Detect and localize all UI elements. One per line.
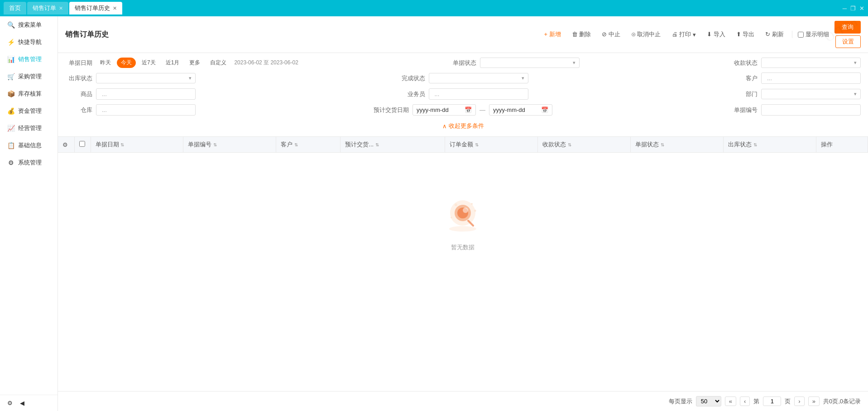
sidebar-item-sales[interactable]: 📊 销售管理 [0,51,58,68]
calendar-start-icon[interactable]: 📅 [465,106,472,113]
goods-input[interactable]: ... [96,88,196,100]
sidebar-item-search-menu[interactable]: 🔍 搜索菜单 [0,16,58,34]
delivery-date-start-input[interactable]: yyyy-mm-dd 📅 [412,104,476,116]
th-expected-delivery[interactable]: 预计交货... ⇅ [340,137,445,153]
restore-btn[interactable]: ❐ [850,5,856,12]
th-settings[interactable]: ⚙ [58,137,74,153]
date-btn-yesterday[interactable]: 昨天 [96,58,115,68]
th-checkbox[interactable] [74,137,91,153]
main-layout: 🔍 搜索菜单 ⚡ 快捷导航 📊 销售管理 🛒 采购管理 📦 库存核算 💰 资金管… [0,16,868,411]
th-outbound-status[interactable]: 出库状态 ⇅ [724,137,816,153]
select-all-checkbox[interactable] [79,141,85,147]
system-icon: ⚙ [7,159,14,166]
settings-button[interactable]: 设置 [835,35,861,48]
sidebar-item-operation[interactable]: 📈 经营管理 [0,120,58,137]
customer-label: 客户 [730,74,758,82]
sidebar-item-basic[interactable]: 📋 基础信息 [0,137,58,154]
bill-number-label: 单据编号 [730,106,758,114]
tab-sales-order-history-label: 销售订单历史 [75,4,110,12]
tab-sales-order-history-close[interactable]: ✕ [113,5,117,11]
date-btn-more[interactable]: 更多 [185,58,204,68]
calendar-end-icon[interactable]: 📅 [541,106,548,113]
tab-sales-order-label: 销售订单 [33,4,56,12]
bill-status-arrow-icon: ▾ [573,60,575,66]
th-bill-date[interactable]: 单据日期 ⇅ [91,137,183,153]
empty-text: 暂无数据 [451,243,475,251]
import-button[interactable]: ⬇ 导入 [704,29,728,40]
minimize-btn[interactable]: ─ [843,5,847,12]
th-operation-label: 操作 [821,141,833,148]
bill-status-select[interactable]: ▾ [480,58,580,68]
receipt-status-select[interactable]: ▾ [761,58,861,68]
department-select[interactable]: ▾ [761,89,861,99]
salesperson-dots: ... [435,91,440,97]
th-receipt-status-label: 收款状态 [542,141,566,148]
sidebar-item-purchase[interactable]: 🛒 采购管理 [0,68,58,85]
data-table: ⚙ 单据日期 ⇅ 单据编号 ⇅ 客户 ⇅ [58,137,868,291]
page-size-select[interactable]: 50 10 20 100 [696,396,721,406]
first-page-button[interactable]: « [725,396,736,406]
collapse-up-icon: ∧ [442,123,447,130]
receipt-status-sort-icon: ⇅ [568,142,571,147]
delete-button[interactable]: 🗑 删除 [569,29,594,40]
display-detail-checkbox[interactable] [798,32,804,38]
search-menu-icon: 🔍 [7,21,14,29]
prev-page-button[interactable]: ‹ [740,396,750,406]
query-button[interactable]: 查询 [834,21,861,34]
display-detail-label: 显示明细 [806,30,829,39]
outbound-status-select[interactable]: ▾ [96,73,196,83]
next-page-button[interactable]: › [794,396,804,406]
export-button[interactable]: ⬆ 导出 [734,29,758,40]
tab-sales-order[interactable]: 销售订单 ✕ [27,2,68,15]
receipt-status-label: 收款状态 [730,59,758,67]
cancel-stop-button[interactable]: ⊙ 取消中止 [628,29,664,40]
refresh-button[interactable]: ↻ 刷新 [762,29,786,40]
svg-point-9 [451,217,452,218]
date-btn-custom[interactable]: 自定义 [206,58,230,68]
th-receipt-status[interactable]: 收款状态 ⇅ [538,137,631,153]
date-btn-last7[interactable]: 近7天 [138,58,160,68]
tab-home[interactable]: 首页 [4,2,26,15]
table-header-row: ⚙ 单据日期 ⇅ 单据编号 ⇅ 客户 ⇅ [58,137,868,153]
page-number-input[interactable] [763,396,781,406]
warehouse-dots: ... [102,106,107,113]
th-bill-number[interactable]: 单据编号 ⇅ [183,137,276,153]
delivery-date-end-input[interactable]: yyyy-mm-dd 📅 [489,104,552,116]
complete-status-label: 完成状态 [398,74,425,82]
last-page-button[interactable]: » [808,396,820,406]
sales-icon: 📊 [7,56,14,63]
stop-button[interactable]: ⊘ 中止 [599,29,623,40]
filter-row-1: 单据日期 昨天 今天 近7天 近1月 更多 自定义 2023-06-02 至 2… [65,58,861,68]
th-customer[interactable]: 客户 ⇅ [276,137,340,153]
bill-number-input[interactable] [761,104,861,116]
collapse-bar[interactable]: ∧ 收起更多条件 [65,120,861,132]
date-btn-today[interactable]: 今天 [117,58,136,68]
stop-button-label: ⊘ 中止 [602,30,620,39]
sidebar-settings-icon[interactable]: ⚙ [7,400,13,406]
tab-sales-order-history[interactable]: 销售订单历史 ✕ [69,2,122,15]
salesperson-input[interactable]: ... [429,88,528,100]
sidebar-item-inventory[interactable]: 📦 库存核算 [0,85,58,102]
date-label: 单据日期 [65,59,92,67]
tab-sales-order-close[interactable]: ✕ [59,5,63,11]
page-label: 第 [753,397,759,406]
th-order-amount[interactable]: 订单金额 ⇅ [445,137,538,153]
bill-date-sort-icon: ⇅ [120,142,124,147]
complete-status-select[interactable]: ▾ [429,73,528,83]
close-btn[interactable]: ✕ [859,5,864,12]
sidebar-collapse-icon[interactable]: ◀ [20,400,24,406]
th-bill-number-label: 单据编号 [188,141,211,148]
new-button[interactable]: + 新增 [541,29,563,40]
delete-button-label: 🗑 删除 [572,30,591,39]
print-button[interactable]: 🖨 打印 ▾ [669,29,699,40]
warehouse-input[interactable]: ... [96,104,196,116]
department-arrow-icon: ▾ [854,91,857,97]
customer-input[interactable]: ... [761,73,861,84]
bill-status-label: 单据状态 [449,59,476,67]
sidebar-item-quick-nav[interactable]: ⚡ 快捷导航 [0,34,58,51]
sidebar-item-finance[interactable]: 💰 资金管理 [0,102,58,120]
th-bill-status[interactable]: 单据状态 ⇅ [631,137,724,153]
date-btn-last1m[interactable]: 近1月 [162,58,184,68]
sidebar-item-system[interactable]: ⚙ 系统管理 [0,154,58,171]
outbound-status-label: 出库状态 [65,74,92,82]
